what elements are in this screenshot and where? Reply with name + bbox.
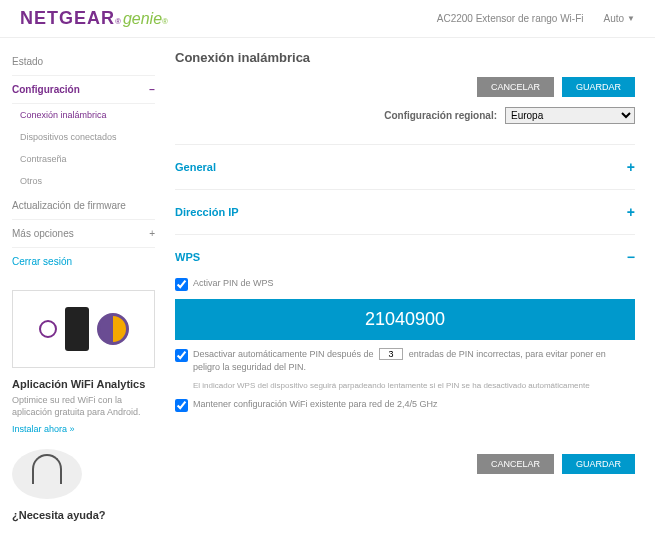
- sidebar-sub-others[interactable]: Otros: [20, 170, 155, 192]
- main-content: Conexión inalámbrica CANCELAR GUARDAR Co…: [155, 38, 655, 531]
- promo-install-link[interactable]: Instalar ahora »: [12, 424, 155, 434]
- wps-activate-label: Activar PIN de WPS: [193, 277, 274, 290]
- save-button[interactable]: GUARDAR: [562, 454, 635, 474]
- section-header-ip[interactable]: Dirección IP +: [175, 204, 635, 220]
- logo-netgear: NETGEAR: [20, 8, 115, 29]
- wps-keep-label: Mantener configuración WiFi existente pa…: [193, 398, 438, 411]
- page-title: Conexión inalámbrica: [175, 50, 635, 65]
- section-title: General: [175, 161, 216, 173]
- netgear-icon: [39, 320, 57, 338]
- promo-text: Optimice su red WiFi con la aplicación g…: [12, 395, 155, 418]
- wps-autodisable-text: Desactivar automáticamente PIN después d…: [193, 348, 635, 373]
- wps-autodisable-checkbox[interactable]: [175, 349, 188, 362]
- registered-icon: ®: [115, 17, 121, 26]
- promo-wifi-analytics: [12, 290, 155, 368]
- sidebar-item-firmware[interactable]: Actualización de firmware: [12, 192, 155, 220]
- save-button[interactable]: GUARDAR: [562, 77, 635, 97]
- section-title: Dirección IP: [175, 206, 239, 218]
- product-name: AC2200 Extensor de rango Wi-Fi: [437, 13, 584, 24]
- region-label: Configuración regional:: [384, 110, 497, 121]
- sidebar-subitems: Conexión inalámbrica Dispositivos conect…: [12, 104, 155, 192]
- registered-icon: ®: [162, 17, 168, 26]
- sidebar-label: Estado: [12, 56, 43, 67]
- wps-note: El indicador WPS del dispositivo seguirá…: [193, 381, 635, 390]
- cancel-button[interactable]: CANCELAR: [477, 454, 554, 474]
- plus-icon: +: [627, 159, 635, 175]
- sidebar-item-status[interactable]: Estado: [12, 48, 155, 76]
- sidebar-label: Más opciones: [12, 228, 74, 239]
- plus-icon: +: [627, 204, 635, 220]
- sidebar: Estado Configuración− Conexión inalámbri…: [0, 38, 155, 531]
- section-wps: WPS − Activar PIN de WPS 21040900 Desact…: [175, 234, 635, 434]
- promo-help: ¿Necesita ayuda?: [12, 449, 155, 521]
- section-header-general[interactable]: General +: [175, 159, 635, 175]
- support-agent-image: [12, 449, 82, 499]
- sidebar-sub-password[interactable]: Contraseña: [20, 148, 155, 170]
- minus-icon: −: [627, 249, 635, 265]
- section-general: General +: [175, 144, 635, 189]
- sidebar-item-more[interactable]: Más opciones+: [12, 220, 155, 248]
- sidebar-sub-devices[interactable]: Dispositivos conectados: [20, 126, 155, 148]
- analytics-icon: [97, 313, 129, 345]
- wps-keep-checkbox[interactable]: [175, 399, 188, 412]
- region-row: Configuración regional: Europa: [175, 107, 635, 124]
- wps-activate-checkbox[interactable]: [175, 278, 188, 291]
- section-ip: Dirección IP +: [175, 189, 635, 234]
- region-select[interactable]: Europa: [505, 107, 635, 124]
- wps-autodisable-row: Desactivar automáticamente PIN después d…: [175, 348, 635, 373]
- logout-link[interactable]: Cerrar sesión: [12, 248, 155, 275]
- sidebar-sub-wireless[interactable]: Conexión inalámbrica: [20, 104, 155, 126]
- wps-activate-row: Activar PIN de WPS: [175, 277, 635, 291]
- button-row-top: CANCELAR GUARDAR: [175, 77, 635, 97]
- wps-attempts-input[interactable]: [379, 348, 403, 360]
- header: NETGEAR® genie® AC2200 Extensor de rango…: [0, 0, 655, 38]
- language-label: Auto: [604, 13, 625, 24]
- header-right: AC2200 Extensor de rango Wi-Fi Auto ▼: [437, 13, 635, 24]
- caret-down-icon: ▼: [627, 14, 635, 23]
- promo-title: Aplicación WiFi Analytics: [12, 378, 155, 390]
- wps-body: Activar PIN de WPS 21040900 Desactivar a…: [175, 277, 635, 412]
- phone-icon: [65, 307, 89, 351]
- headset-icon: [32, 454, 62, 484]
- sidebar-label: Configuración: [12, 84, 80, 95]
- text-pre: Desactivar automáticamente PIN después d…: [193, 349, 374, 359]
- promo-image: [21, 299, 146, 359]
- wps-pin-display: 21040900: [175, 299, 635, 340]
- logo-genie: genie: [123, 10, 162, 28]
- sidebar-item-config[interactable]: Configuración−: [12, 76, 155, 104]
- button-row-bottom: CANCELAR GUARDAR: [175, 454, 635, 474]
- sidebar-label: Actualización de firmware: [12, 200, 126, 211]
- logo: NETGEAR® genie®: [20, 8, 168, 29]
- promo2-title: ¿Necesita ayuda?: [12, 509, 155, 521]
- language-selector[interactable]: Auto ▼: [604, 13, 636, 24]
- section-title: WPS: [175, 251, 200, 263]
- section-header-wps[interactable]: WPS −: [175, 249, 635, 265]
- cancel-button[interactable]: CANCELAR: [477, 77, 554, 97]
- wps-keep-row: Mantener configuración WiFi existente pa…: [175, 398, 635, 412]
